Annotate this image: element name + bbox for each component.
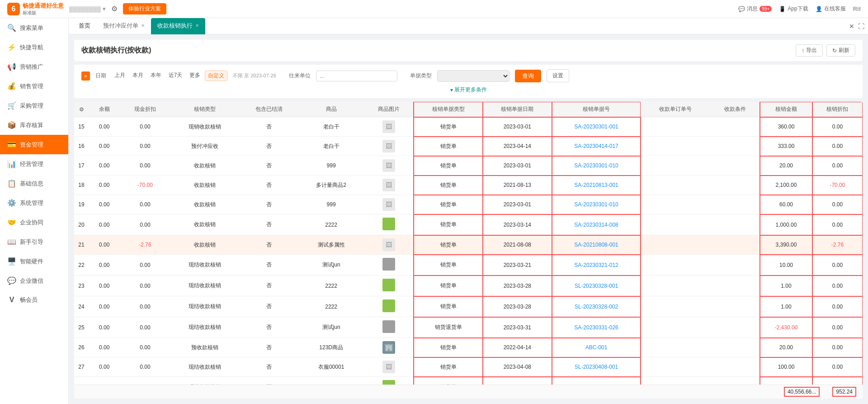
date-last-month[interactable]: 上月 (112, 71, 128, 81)
td-bill-no[interactable]: ABC-001 (552, 338, 641, 357)
tab-collection[interactable]: 收款核销执行 ✕ (151, 18, 205, 34)
bill-no-link[interactable]: SL-20230328-002 (575, 304, 618, 310)
td-bill-no[interactable]: SL-20230328-002 (552, 296, 641, 317)
expand-conditions-btn[interactable]: ▾ 展开更多条件 (450, 86, 487, 94)
date-this-month[interactable]: 本月 (130, 71, 146, 81)
sidebar-item-operations[interactable]: 📊 经营管理 (0, 154, 68, 174)
sidebar-label-vip: 畅会员 (20, 296, 38, 304)
tab-collection-label: 收款核销执行 (157, 22, 193, 30)
bill-no-link[interactable]: SA-20230301-010 (574, 201, 618, 208)
bill-no-link[interactable]: SA-20230301-001 (574, 124, 618, 130)
td-product: 123D商品 (299, 338, 363, 357)
export-button[interactable]: ↑ 导出 (796, 44, 823, 57)
sidebar-label-basics: 基础信息 (20, 180, 43, 188)
gear-icon[interactable]: ⚙ (111, 5, 118, 13)
setting-button[interactable]: 设置 (547, 69, 569, 82)
sidebar-item-inventory[interactable]: 📦 库存核算 (0, 115, 68, 135)
td-bill-no[interactable]: SL-20230418-001 (552, 377, 641, 385)
query-button[interactable]: 查询 (515, 70, 541, 82)
td-bill-no[interactable]: SA-20230321-012 (552, 255, 641, 276)
date-more[interactable]: 更多 (187, 71, 203, 81)
date-custom[interactable]: 自定义 (205, 71, 227, 81)
online-service-btn[interactable]: 👤 在线客服 (816, 5, 846, 13)
td-bill-no[interactable]: SL-20230328-001 (552, 276, 641, 296)
bill-type-select[interactable] (437, 70, 509, 82)
filter-toggle-btn[interactable]: » (81, 71, 90, 81)
sidebar-item-guide[interactable]: 📖 新手引导 (0, 232, 68, 252)
bill-no-link[interactable]: SA-20210808-001 (574, 242, 618, 248)
bill-no-link[interactable]: SL-20230408-001 (575, 364, 618, 370)
tab-home[interactable]: 首页 (72, 18, 97, 34)
td-bill-no[interactable]: SA-20230301-010 (552, 156, 641, 176)
td-bill-type: 销货单 (414, 377, 483, 385)
sidebar-item-search[interactable]: 🔍 搜索菜单 (0, 18, 68, 38)
table-scroll-area[interactable]: ⚙ 余额 现金折扣 核销类型 包含已结清 商品 商品图片 核销单据类型 核销单据… (74, 102, 863, 385)
td-bill-date: 2023-03-31 (483, 317, 552, 338)
td-receipt-condition (710, 255, 760, 276)
refresh-icon: ↻ (832, 48, 837, 54)
td-cash-discount: 0.00 (120, 377, 170, 385)
td-writeoff-amount: 20.00 (760, 338, 812, 357)
bill-no-link[interactable]: SA-20230314-008 (574, 222, 618, 228)
td-include-settled: 否 (239, 296, 299, 317)
bill-no-link[interactable]: SA-20230414-017 (574, 143, 618, 149)
td-bill-type: 销货单 (414, 117, 483, 137)
maximize-icon[interactable]: ⛶ (858, 23, 864, 30)
sidebar-item-finance[interactable]: 💳 资金管理 (0, 135, 68, 154)
message-btn[interactable]: 💬 消息 99+ (738, 5, 772, 13)
td-bill-no[interactable]: SA-20210808-001 (552, 235, 641, 255)
sidebar-item-shortcut[interactable]: ⚡ 快捷导航 (0, 38, 68, 57)
bill-no-link[interactable]: SA-20230301-010 (574, 162, 618, 169)
sidebar-item-wechat[interactable]: 💬 企业微信 (0, 271, 68, 290)
th-settings[interactable]: ⚙ (74, 102, 89, 117)
bill-no-link[interactable]: ABC-001 (585, 344, 608, 351)
bill-no-link[interactable]: SA-20210813-001 (574, 182, 618, 188)
tab-prepay-close[interactable]: ✕ (141, 23, 145, 28)
td-id: 27 (74, 357, 89, 377)
td-bill-type: 销货单 (414, 357, 483, 377)
td-include-settled: 否 (239, 156, 299, 176)
solution-button[interactable]: 体验行业方案 (123, 3, 166, 14)
sidebar-item-sales[interactable]: 💰 销售管理 (0, 76, 68, 96)
sidebar-item-vip[interactable]: V 畅会员 (0, 290, 68, 309)
bill-no-link[interactable]: SA-20230321-012 (574, 262, 618, 268)
close-window-icon[interactable]: ✕ (849, 23, 854, 30)
th-writeoff-discount: 核销折扣 (812, 102, 863, 117)
td-bill-no[interactable]: SA-20210813-001 (552, 176, 641, 195)
sidebar-item-collab[interactable]: 🤝 企业协同 (0, 213, 68, 232)
sidebar-item-purchase[interactable]: 🛒 采购管理 (0, 96, 68, 115)
footer-amount-label: 40,556,66... (785, 388, 819, 396)
tab-prepay[interactable]: 预付冲应付单 ✕ (97, 18, 151, 34)
sidebar-item-system[interactable]: ⚙️ 系统管理 (0, 193, 68, 213)
td-bill-no[interactable]: SA-20230301-001 (552, 117, 641, 137)
td-receipt-condition (710, 317, 760, 338)
table-footer: 40,556,66... 952.24 (74, 385, 863, 399)
bill-no-link[interactable]: SA-20230331-026 (574, 324, 618, 331)
date-this-year[interactable]: 本年 (148, 71, 164, 81)
sidebar-item-hardware[interactable]: 🖥️ 智能硬件 (0, 252, 68, 271)
counterpart-input[interactable] (316, 71, 397, 81)
bill-no-link[interactable]: SL-20230328-001 (575, 283, 618, 289)
td-bill-no[interactable]: SA-20230314-008 (552, 214, 641, 235)
expand-icon: ▾ (450, 87, 453, 93)
td-product: 测试多属性 (299, 235, 363, 255)
app-download-btn[interactable]: 📱 App下载 (779, 5, 808, 13)
td-writeoff-amount: 1,000.00 (760, 214, 812, 235)
td-cash-discount: 0.00 (120, 357, 170, 377)
date-7-days[interactable]: 近7天 (166, 71, 185, 81)
sidebar-item-marketing[interactable]: 📢 营销推广 (0, 57, 68, 76)
refresh-button[interactable]: ↻ 刷新 (826, 44, 855, 57)
td-include-settled: 否 (239, 176, 299, 195)
td-bill-no[interactable]: SA-20230414-017 (552, 137, 641, 156)
table-row: 27 0.00 0.00 现结收款核销 否 衣服00001 🖼 销货单 2023… (74, 357, 863, 377)
td-include-settled: 否 (239, 357, 299, 377)
tab-collection-close[interactable]: ✕ (195, 23, 199, 28)
td-bill-no[interactable]: SL-20230408-001 (552, 357, 641, 377)
sidebar-item-basics[interactable]: 📋 基础信息 (0, 174, 68, 193)
td-bill-no[interactable]: SA-20230331-026 (552, 317, 641, 338)
finance-icon: 💳 (7, 140, 16, 149)
dropdown-selector[interactable]: ▓▓▓▓▓▓▓▓ ▾ (69, 5, 106, 12)
td-id: 23 (74, 276, 89, 296)
td-bill-no[interactable]: SA-20230301-010 (552, 195, 641, 214)
td-product-image: 🖼 (363, 156, 414, 176)
